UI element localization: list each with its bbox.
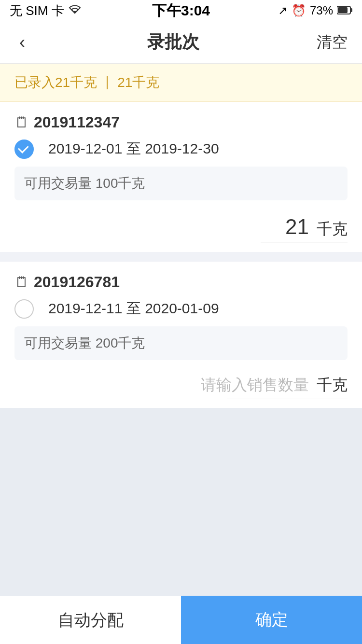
auto-distribute-button[interactable]: 自动分配: [0, 596, 181, 644]
confirm-button[interactable]: 确定: [181, 596, 362, 644]
status-bar: 无 SIM 卡 下午3:04 ↗ ⏰ 73%: [0, 0, 362, 21]
batch-doc-icon-2: 🗒: [14, 274, 29, 291]
svg-rect-2: [338, 7, 348, 13]
keyboard-area: [0, 408, 362, 601]
radio-selected-1[interactable]: [14, 140, 34, 159]
nav-title: 录批次: [147, 30, 199, 54]
batch-header-2: 🗒 2019126781: [0, 262, 362, 296]
bottom-bar: 自动分配 确定: [0, 596, 362, 644]
batch-date-2: 2019-12-11 至 2020-01-09: [48, 299, 219, 319]
info-divider: [107, 76, 108, 89]
back-button[interactable]: ‹: [14, 28, 30, 57]
batch-available-1: 可用交易量 100千克: [14, 167, 348, 200]
batch-card-1: 🗒 2019112347 2019-12-01 至 2019-12-30 可用交…: [0, 102, 362, 252]
location-icon: ↗: [278, 4, 288, 17]
amount-value-1[interactable]: 21: [285, 215, 309, 239]
svg-rect-1: [350, 8, 352, 12]
alarm-icon: ⏰: [292, 4, 306, 17]
batch-id-1: 2019112347: [34, 113, 120, 131]
batch-header-1: 🗒 2019112347: [0, 102, 362, 136]
input-text-wrapper-2: 请输入销售数量 千克: [201, 375, 348, 398]
batch-date-1: 2019-12-01 至 2019-12-30: [48, 139, 219, 159]
clear-button[interactable]: 清空: [317, 32, 348, 53]
input-placeholder-text-2[interactable]: 请输入销售数量: [201, 375, 309, 396]
amount-input-container-1: 21 千克: [261, 215, 348, 242]
status-left: 无 SIM 卡: [10, 2, 82, 19]
input-unit-2: 千克: [317, 375, 348, 396]
batch-date-row-1[interactable]: 2019-12-01 至 2019-12-30: [0, 136, 362, 164]
section-separator-1: [0, 252, 362, 262]
amount-underline-1: [261, 242, 348, 242]
radio-unselected-2[interactable]: [14, 299, 34, 319]
input-placeholder-row-2[interactable]: 请输入销售数量 千克: [0, 365, 362, 408]
battery-icon: [337, 4, 352, 17]
info-banner: 已录入21千克 21千克: [0, 64, 362, 102]
batch-id-2: 2019126781: [34, 273, 120, 291]
batch-card-2: 🗒 2019126781 2019-12-11 至 2020-01-09 可用交…: [0, 262, 362, 408]
batch-doc-icon-1: 🗒: [14, 114, 29, 131]
batch-available-2: 可用交易量 200千克: [14, 326, 348, 360]
batch-date-row-2[interactable]: 2019-12-11 至 2020-01-09: [0, 296, 362, 323]
amount-row-1: 21 千克: [0, 205, 362, 252]
carrier-text: 无 SIM 卡: [10, 2, 64, 19]
info-value: 21千克: [117, 73, 159, 92]
status-time: 下午3:04: [152, 1, 210, 21]
amount-unit-1: 千克: [317, 219, 348, 240]
battery-text: 73%: [310, 4, 333, 17]
info-label: 已录入21千克: [14, 73, 97, 92]
wifi-icon: [68, 3, 82, 18]
input-underline-2: [227, 398, 348, 398]
nav-bar: ‹ 录批次 清空: [0, 21, 362, 64]
status-right: ↗ ⏰ 73%: [278, 4, 352, 17]
